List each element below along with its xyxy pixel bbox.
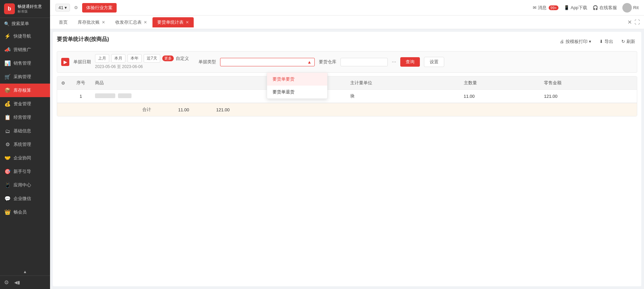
- warehouse-input[interactable]: [340, 58, 388, 66]
- th-settings[interactable]: ⚙: [57, 76, 71, 90]
- print-icon: 🖨: [560, 39, 564, 44]
- tab-order-stats[interactable]: 要货单统计表 ✕: [152, 17, 194, 27]
- sidebar-item-quick-nav[interactable]: ⚡ 快捷导航: [0, 29, 50, 43]
- topbar-right: ✉ 消息 99+ 📱 App下载 🎧 在线客服 Rit: [533, 3, 639, 13]
- sidebar-item-operations[interactable]: 📋 经营管理: [0, 111, 50, 124]
- sidebar-item-system[interactable]: ⚙ 系统管理: [0, 138, 50, 151]
- table-row: 1 块 11.00 121.00: [57, 90, 637, 103]
- inventory-icon: 📦: [4, 87, 11, 94]
- print-btn[interactable]: 🖨 按模板打印 ▾: [558, 37, 593, 46]
- tab-close-all-btn[interactable]: ✕: [627, 19, 632, 25]
- wechat-icon: 💬: [4, 195, 11, 202]
- breadcrumb-num: 41: [58, 5, 63, 10]
- th-no: 序号: [71, 76, 91, 90]
- operations-icon: 📋: [4, 114, 11, 121]
- dropdown-item-order-goods[interactable]: 要货单要货: [267, 73, 327, 86]
- tab-receivable-summary[interactable]: 收发存汇总表 ✕: [111, 17, 152, 27]
- search-icon: 🔍: [4, 21, 9, 26]
- system-icon: ⚙: [4, 141, 11, 148]
- footer-amount: 121.00: [216, 107, 230, 112]
- sidebar-item-purchase[interactable]: 🛒 采购管理: [0, 70, 50, 84]
- sidebar-item-enterprise[interactable]: 🤝 企业协同: [0, 151, 50, 165]
- toolbar: 🖨 按模板打印 ▾ ⬇ 导出 ↻ 刷新: [558, 37, 637, 46]
- query-btn[interactable]: 查询: [400, 57, 420, 67]
- sidebar-item-wechat[interactable]: 💬 企业微信: [0, 192, 50, 205]
- footer-label: 合计: [61, 107, 151, 113]
- user-avatar-area[interactable]: Rit: [622, 3, 639, 13]
- member-icon: 👑: [4, 209, 11, 216]
- tab-close-icon[interactable]: ✕: [102, 20, 105, 25]
- sidebar-item-member[interactable]: 👑 畅会员: [0, 205, 50, 219]
- date-custom-btn[interactable]: 自定义: [176, 55, 189, 62]
- tab-home[interactable]: 首页: [54, 17, 72, 27]
- sidebar-item-label: 经营管理: [14, 114, 31, 120]
- settings-gear-icon[interactable]: ⚙: [61, 81, 65, 86]
- table-header-row: ⚙ 序号 商品 主计量单位 主数量 零售金额: [57, 76, 637, 90]
- date-hot-badge[interactable]: 更多: [162, 55, 174, 61]
- collapse-icon[interactable]: ◀▮: [14, 280, 20, 285]
- online-service-btn[interactable]: 🎧 在线客服: [593, 5, 617, 11]
- logo-icon: b: [4, 3, 15, 14]
- sidebar-item-inventory[interactable]: 📦 库存核算: [0, 84, 50, 97]
- export-icon: ⬇: [599, 39, 603, 44]
- online-service-label: 在线客服: [599, 5, 617, 11]
- sidebar-item-guide[interactable]: 🎯 新手引导: [0, 165, 50, 178]
- refresh-icon: ↻: [621, 39, 625, 44]
- purchase-icon: 🛒: [4, 73, 11, 80]
- sidebar-item-sales[interactable]: 📊 销售管理: [0, 57, 50, 70]
- tab-batch-account[interactable]: 库存批次账 ✕: [73, 17, 110, 27]
- setting-btn[interactable]: 设置: [424, 57, 444, 67]
- content-area: 要货单统计表(按商品) 🖨 按模板打印 ▾ ⬇ 导出 ↻ 刷新: [50, 29, 644, 289]
- date-label: 单据日期: [73, 59, 91, 65]
- date-7days-btn[interactable]: 近7天: [144, 54, 160, 63]
- enterprise-icon: 🤝: [4, 155, 11, 161]
- messages-btn[interactable]: ✉ 消息 99+: [533, 5, 558, 11]
- settings-icon[interactable]: ⚙: [4, 279, 9, 286]
- sidebar-item-label: 营销推广: [14, 47, 31, 53]
- sidebar-item-label: 新手引导: [14, 169, 31, 175]
- date-this-year-btn[interactable]: 本年: [127, 54, 142, 63]
- search-menu[interactable]: 🔍 搜索菜单: [0, 18, 50, 29]
- tab-actions: ✕ ⛶: [627, 19, 640, 25]
- th-unit: 主计量单位: [346, 76, 460, 90]
- date-last-month-btn[interactable]: 上月: [95, 54, 109, 63]
- page-title: 要货单统计表(按商品): [57, 36, 109, 43]
- dropdown-item-order-return[interactable]: 要货单退货: [267, 86, 327, 98]
- sidebar-item-finance[interactable]: 💰 资金管理: [0, 97, 50, 111]
- tab-expand-btn[interactable]: ⛶: [635, 19, 640, 25]
- sidebar-item-label: 系统管理: [14, 141, 31, 148]
- headset-icon: 🎧: [593, 5, 598, 10]
- td-quantity: 11.00: [460, 90, 540, 103]
- type-select[interactable]: ▲: [220, 58, 315, 66]
- td-unit: 块: [346, 90, 460, 103]
- table-footer: 合计 11.00 121.00: [57, 103, 637, 116]
- refresh-btn[interactable]: ↻ 刷新: [619, 37, 637, 46]
- topbar-left: 41 ▾ ⚙ 体验行业方案: [55, 3, 527, 13]
- breadcrumb-select[interactable]: 41 ▾: [55, 4, 70, 12]
- tab-label: 收发存汇总表: [115, 19, 142, 25]
- sidebar-item-basic-info[interactable]: 🗂 基础信息: [0, 124, 50, 138]
- topbar-gear-icon[interactable]: ⚙: [74, 5, 78, 10]
- sidebar-item-marketing[interactable]: 📣 营销推广: [0, 43, 50, 57]
- footer-quantity: 11.00: [178, 107, 189, 112]
- scroll-up-btn[interactable]: ▲: [0, 268, 50, 275]
- product-placeholder: [95, 93, 115, 98]
- finance-icon: 💰: [4, 101, 11, 107]
- app-download-label: App下载: [571, 5, 587, 11]
- app-center-icon: 📱: [4, 182, 11, 188]
- more-filter-btn[interactable]: ···: [392, 59, 396, 65]
- message-icon: ✉: [533, 5, 536, 10]
- topbar: 41 ▾ ⚙ 体验行业方案 ✉ 消息 99+ 📱 App下载 🎧 在线客服 R: [50, 0, 644, 16]
- trial-btn[interactable]: 体验行业方案: [82, 3, 117, 13]
- app-download-btn[interactable]: 📱 App下载: [564, 5, 587, 11]
- type-dropdown: 要货单要货 要货单退货: [267, 72, 328, 99]
- export-btn[interactable]: ⬇ 导出: [597, 37, 615, 46]
- sidebar-item-app-center[interactable]: 📱 应用中心: [0, 178, 50, 192]
- tab-close-icon[interactable]: ✕: [186, 20, 189, 25]
- filter-bar: ▶ 单据日期 上月 本月 本年 近7天 更多 自定义 2023-05-06 至 …: [57, 51, 637, 73]
- tab-close-icon[interactable]: ✕: [144, 20, 147, 25]
- sidebar-item-label: 企业微信: [14, 196, 31, 202]
- date-this-month-btn[interactable]: 本月: [111, 54, 125, 63]
- page: 要货单统计表(按商品) 🖨 按模板打印 ▾ ⬇ 导出 ↻ 刷新: [53, 32, 641, 286]
- filter-expand-btn[interactable]: ▶: [61, 58, 69, 66]
